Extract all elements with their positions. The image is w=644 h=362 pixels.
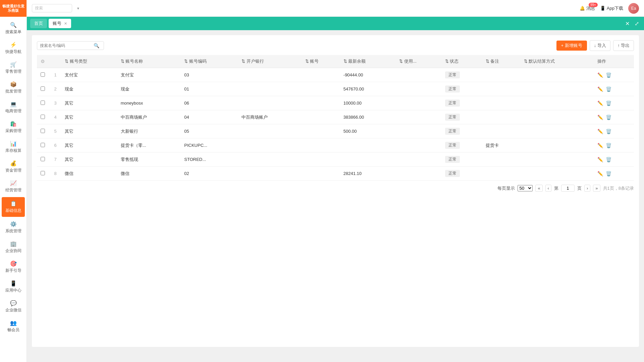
page-size-select[interactable]: 50 100 200 — [518, 185, 533, 191]
sidebar-item-guide[interactable]: 🎯 新手引导 — [0, 257, 26, 277]
sidebar-item-basic-info[interactable]: 📋 基础信息 — [2, 197, 25, 217]
row-usage-6 — [396, 153, 442, 167]
sidebar-item-wecom[interactable]: 💬 企业微信 — [0, 297, 26, 316]
sidebar-item-retail[interactable]: 🛒 零售管理 — [0, 58, 26, 78]
delete-button-3[interactable]: 🗑️ — [606, 115, 611, 120]
tab-expand-btn[interactable]: ⤢ — [633, 20, 641, 27]
tab-close-btn[interactable]: ✕ — [624, 20, 631, 27]
table-settings-icon[interactable]: ⚙ — [41, 59, 45, 64]
sidebar-item-operations[interactable]: 📈 经营管理 — [0, 177, 26, 196]
sidebar-item-finance[interactable]: 💰 资金管理 — [0, 157, 26, 177]
sidebar-item-wholesale[interactable]: 📦 批发管理 — [0, 78, 26, 98]
edit-button-7[interactable]: ✏️ — [597, 171, 603, 176]
export-button[interactable]: ↑ 导出 — [613, 40, 634, 51]
next-page-button[interactable]: › — [584, 185, 590, 192]
row-checkbox-3[interactable] — [41, 115, 45, 119]
row-account-no-2 — [303, 96, 341, 110]
row-checkbox-1[interactable] — [41, 86, 45, 91]
edit-button-0[interactable]: ✏️ — [597, 72, 603, 78]
row-checkbox-2[interactable] — [41, 101, 45, 105]
delete-button-1[interactable]: 🗑️ — [606, 86, 611, 92]
col-header-bank[interactable]: ⇅ 开户银行 — [239, 55, 303, 68]
col-header-note[interactable]: ⇅ 备注 — [483, 55, 521, 68]
row-checkbox-4[interactable] — [41, 129, 45, 133]
row-status-1: 正常 — [442, 82, 483, 96]
message-button[interactable]: 🔔 消息 99+ — [580, 5, 595, 11]
sidebar-item-purchase[interactable]: 🛍️ 采购管理 — [0, 117, 26, 137]
search-icon[interactable]: 🔍 — [94, 43, 99, 48]
top-search-bar[interactable]: 搜索 — [32, 4, 72, 12]
row-checkbox-5[interactable] — [41, 143, 45, 147]
col-header-default-payment[interactable]: ⇅ 默认结算方式 — [521, 55, 595, 68]
row-type-0: 支付宝 — [62, 68, 118, 82]
sidebar-item-system[interactable]: ⚙️ 系统管理 — [0, 218, 26, 237]
row-select-7[interactable] — [37, 167, 49, 181]
col-header-type[interactable]: ⇅ 账号类型 — [62, 55, 118, 68]
page-input[interactable] — [561, 185, 575, 192]
row-select-6[interactable] — [37, 153, 49, 167]
search-input[interactable] — [40, 43, 94, 48]
col-header-code[interactable]: ⇅ 账号编码 — [181, 55, 239, 68]
row-checkbox-0[interactable] — [41, 72, 45, 77]
col-header-balance[interactable]: ⇅ 最新余额 — [341, 55, 397, 68]
inventory-icon: 📊 — [10, 140, 17, 147]
table-row: 4 其它 中百商场账户 04 中百商场账户 383866.00 正常 ✏️ 🗑️ — [37, 110, 634, 124]
row-select-3[interactable] — [37, 110, 49, 124]
add-account-button[interactable]: + 新增账号 — [556, 41, 587, 51]
sidebar-item-shortcuts[interactable]: ⚡ 快捷导航 — [0, 38, 26, 58]
delete-button-7[interactable]: 🗑️ — [606, 171, 611, 176]
search-box[interactable]: 🔍 — [37, 41, 104, 50]
row-balance-0: -90444.00 — [341, 68, 397, 82]
row-balance-1: 547670.00 — [341, 82, 397, 96]
delete-button-5[interactable]: 🗑️ — [606, 143, 611, 148]
row-bank-4 — [239, 124, 303, 138]
col-header-usage[interactable]: ⇅ 使用... — [396, 55, 442, 68]
row-checkbox-6[interactable] — [41, 157, 45, 161]
edit-button-1[interactable]: ✏️ — [597, 86, 603, 92]
sidebar-item-app-center[interactable]: 📱 应用中心 — [0, 277, 26, 297]
delete-button-6[interactable]: 🗑️ — [606, 157, 611, 162]
tab-close-icon[interactable]: ✕ — [64, 21, 67, 26]
row-usage-1 — [396, 82, 442, 96]
last-page-button[interactable]: » — [593, 185, 600, 192]
row-select-1[interactable] — [37, 82, 49, 96]
edit-button-6[interactable]: ✏️ — [597, 157, 603, 162]
row-code-6: STORED... — [181, 153, 239, 167]
row-select-4[interactable] — [37, 124, 49, 138]
edit-button-2[interactable]: ✏️ — [597, 101, 603, 106]
col-header-status[interactable]: ⇅ 状态 — [442, 55, 483, 68]
first-page-button[interactable]: « — [535, 185, 542, 192]
delete-button-2[interactable]: 🗑️ — [606, 101, 611, 106]
sidebar-item-ecommerce[interactable]: 💻 电商管理 — [0, 98, 26, 117]
tab-account[interactable]: 账号 ✕ — [49, 19, 71, 28]
sidebar-item-finance-label: 资金管理 — [5, 168, 21, 173]
row-balance-5 — [341, 138, 397, 153]
app-download-button[interactable]: 📱 App下载 — [600, 5, 623, 11]
dropdown-arrow-icon[interactable]: ▾ — [77, 6, 79, 11]
sidebar-item-enterprise[interactable]: 🏢 企业协同 — [0, 237, 26, 257]
delete-button-4[interactable]: 🗑️ — [606, 129, 611, 134]
row-select-2[interactable] — [37, 96, 49, 110]
status-badge-6: 正常 — [445, 156, 460, 163]
sidebar-item-search[interactable]: 🔍 搜索菜单 — [0, 18, 26, 38]
row-name-5: 提货卡（零... — [118, 138, 182, 153]
import-button[interactable]: ↓ 导入 — [590, 40, 610, 51]
sidebar-item-inventory[interactable]: 📊 库存核算 — [0, 137, 26, 157]
prev-page-button[interactable]: ‹ — [545, 185, 551, 192]
delete-button-0[interactable]: 🗑️ — [606, 72, 611, 78]
sidebar-item-ecommerce-label: 电商管理 — [5, 108, 21, 114]
tab-home[interactable]: 首页 — [30, 19, 47, 28]
row-checkbox-7[interactable] — [41, 171, 45, 175]
row-select-5[interactable] — [37, 138, 49, 153]
edit-button-4[interactable]: ✏️ — [597, 129, 603, 134]
row-select-0[interactable] — [37, 68, 49, 82]
tab-controls: ✕ ⤢ — [624, 20, 641, 27]
avatar[interactable]: Ea — [628, 3, 639, 14]
sidebar-item-member[interactable]: 👥 畅会员 — [0, 316, 26, 336]
edit-button-5[interactable]: ✏️ — [597, 143, 603, 148]
col-header-settings[interactable]: ⚙ — [37, 55, 49, 68]
edit-button-3[interactable]: ✏️ — [597, 115, 603, 120]
col-header-account-no[interactable]: ⇅ 账号 — [303, 55, 341, 68]
status-badge-2: 正常 — [445, 100, 460, 107]
col-header-name[interactable]: ⇅ 账号名称 — [118, 55, 182, 68]
